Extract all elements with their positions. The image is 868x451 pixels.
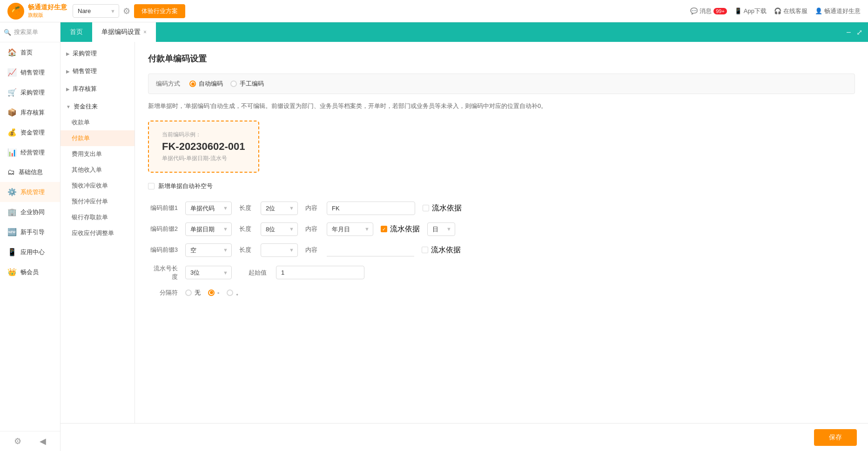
sidebar-item-finance[interactable]: 💰 资金管理 [0,122,60,142]
prefix1-serial-checkbox[interactable] [423,205,429,211]
sidebar-item-app[interactable]: 📱 应用中心 [0,242,60,262]
tab-home-label: 首页 [70,28,83,36]
sidebar-item-base[interactable]: 🗂 基础信息 [0,162,60,182]
settings-icon[interactable]: ⚙ [123,6,130,16]
prefix3-content-input[interactable] [327,243,414,256]
prefix3-select-wrapper: 空 ▼ [185,243,232,257]
sub-item-adjustment[interactable]: 应收应付调整单 [61,225,135,241]
prefix2-content-select[interactable]: 年月日 [327,222,373,236]
sub-group-capital-title[interactable]: ▼ 资金往来 [61,99,135,114]
start-value-input[interactable] [276,266,364,279]
sidebar-item-operations[interactable]: 📊 经营管理 [0,142,60,162]
sub-item-other-income[interactable]: 其他收入单 [61,162,135,178]
preview-code: FK-20230602-001 [162,141,245,153]
separator-none-radio[interactable]: 无 [185,289,201,297]
prefix2-length-select[interactable]: 8位 [261,222,298,236]
prefix2-select-wrapper: 单据日期 ▼ [185,222,232,236]
separator-dash-radio[interactable]: - [208,289,219,296]
sub-item-expense[interactable]: 费用支出单 [61,146,135,162]
prefix3-select[interactable]: 空 [185,243,232,257]
capital-group-label: 资金往来 [74,102,98,111]
main-layout: 🔍 搜索菜单 🏠 首页 📈 销售管理 🛒 采购管理 📦 库存核算 💰 [0,22,868,451]
sub-item-receipt[interactable]: 收款单 [61,114,135,130]
user-item[interactable]: 👤 畅通道好生意 [815,7,861,15]
prefix2-row: 编码前缀2 单据日期 ▼ 长度 8位 ▼ 内容 [148,222,855,236]
sub-item-advance-payment-label: 预付冲应付单 [72,198,108,205]
auto-code-radio-dot [189,81,196,87]
sidebar-item-enterprise[interactable]: 🏢 企业协同 [0,202,60,222]
prefix2-period-select[interactable]: 日 [427,222,455,236]
tab-maximize-button[interactable]: ⤢ [855,26,864,39]
logo-icon: 🍊 [7,3,24,20]
prefix1-content-input[interactable] [327,202,415,215]
tab-encoding[interactable]: 单据编码设置 × [92,22,156,42]
separator-dash-dot [208,289,215,296]
sub-item-advance-receipt-label: 预收冲应收单 [72,182,108,189]
serial-length-select[interactable]: 3位 [185,266,232,279]
prefix1-select[interactable]: 单据代码 [185,202,232,215]
collapse-icon[interactable]: ◀ [40,436,46,446]
prefix1-length-select[interactable]: 2位 [261,202,298,215]
auto-fill-checkbox[interactable] [148,183,155,189]
app-download-item[interactable]: 📱 App下载 [734,7,767,15]
system-icon: ⚙️ [7,188,17,196]
sub-group-sales-title[interactable]: ▶ 销售管理 [61,63,135,79]
sidebar-item-guide[interactable]: 🆕 新手引导 [0,222,60,242]
page-title: 付款单编码设置 [148,53,855,64]
sub-group-purchase-title[interactable]: ▶ 采购管理 [61,46,135,61]
sub-group-inventory: ▶ 库存核算 [61,81,135,97]
search-menu[interactable]: 🔍 搜索菜单 [0,22,60,42]
sub-item-payment[interactable]: 付款单 [61,130,135,146]
capital-group-arrow: ▼ [66,104,71,109]
inventory-group-label: 库存核算 [73,85,97,93]
prefix3-row: 编码前缀3 空 ▼ 长度 ▼ 内容 [148,243,855,257]
prefix1-select-wrapper: 单据代码 ▼ [185,202,232,215]
prefix3-serial-group: 流水依据 [422,245,461,255]
sidebar-bottom: ⚙ ◀ [0,431,60,451]
tab-controls: – ⤢ [845,26,868,39]
sub-item-advance-receipt[interactable]: 预收冲应收单 [61,178,135,194]
save-button[interactable]: 保存 [814,429,857,446]
sidebar-item-purchase[interactable]: 🛒 采购管理 [0,82,60,102]
sub-group-purchase: ▶ 采购管理 [61,46,135,61]
prefix2-serial-checkbox[interactable]: ✓ [381,226,387,232]
settings-bottom-icon[interactable]: ⚙ [14,436,21,446]
messages-badge: 99+ [713,8,727,14]
prefix2-select[interactable]: 单据日期 [185,222,232,236]
app-icon: 📱 [7,248,17,256]
bottom-bar: 保存 [61,423,868,451]
sub-group-inventory-title[interactable]: ▶ 库存核算 [61,81,135,97]
tab-close-icon[interactable]: × [143,29,147,35]
tab-home[interactable]: 首页 [61,22,92,42]
serial-length-wrapper: 3位 ▼ [185,266,232,279]
sidebar-system-label: 系统管理 [20,188,45,196]
auto-code-label: 自动编码 [199,80,223,88]
prefix3-length-select[interactable] [261,243,298,257]
tab-minimize-button[interactable]: – [845,26,853,38]
topbar-controls: Nare ▼ ⚙ 体验行业方案 [73,4,185,18]
experience-button[interactable]: 体验行业方案 [134,4,185,18]
sub-item-advance-payment[interactable]: 预付冲应付单 [61,194,135,209]
sidebar-item-sales[interactable]: 📈 销售管理 [0,62,60,82]
messages-item[interactable]: 💬 消息 99+ [690,7,727,15]
separator-dot-radio[interactable]: 。 [227,289,242,297]
auto-code-radio[interactable]: 自动编码 [189,80,223,88]
sidebar-item-home[interactable]: 🏠 首页 [0,42,60,62]
prefix3-length-wrapper: ▼ [261,243,298,257]
sidebar-item-inventory[interactable]: 📦 库存核算 [0,102,60,122]
company-select[interactable]: Nare [73,4,119,18]
sidebar-base-label: 基础信息 [19,168,43,176]
online-service-item[interactable]: 🎧 在线客服 [774,7,807,15]
sidebar-item-system[interactable]: ⚙️ 系统管理 [0,182,60,202]
sidebar-item-member[interactable]: 👑 畅会员 [0,262,60,282]
topbar: 🍊 畅通道好生意 旗舰版 Nare ▼ ⚙ 体验行业方案 💬 消息 99+ 📱 [0,0,868,22]
search-label: 搜索菜单 [14,28,38,36]
description-text: 新增单据时，'单据编码'自动生成，不可编辑。前缀设置为部门、业务员等档案类，开单… [148,101,855,111]
sub-group-sales: ▶ 销售管理 [61,63,135,79]
sub-item-bank[interactable]: 银行存取款单 [61,209,135,225]
prefix3-serial-checkbox[interactable] [422,247,428,253]
separator-label: 分隔符 [148,289,178,297]
sidebar: 🔍 搜索菜单 🏠 首页 📈 销售管理 🛒 采购管理 📦 库存核算 💰 [0,22,61,451]
finance-icon: 💰 [7,128,17,137]
manual-code-radio[interactable]: 手工编码 [230,80,264,88]
